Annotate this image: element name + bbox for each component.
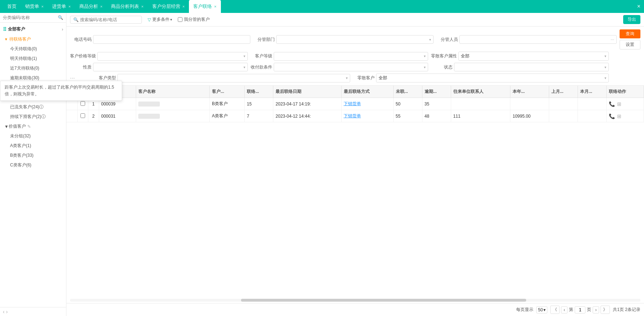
search-box: 🔍: [70, 16, 142, 24]
nature-select[interactable]: ▾: [93, 63, 248, 71]
top-nav: 首页 销货单 × 进货单 × 商品分析 × 商品分析列表 × 客户分层经营 × …: [0, 0, 644, 13]
next-page-btn[interactable]: ›: [593, 306, 599, 313]
col-contact: 联络...: [245, 86, 273, 98]
col-overdue: 逾期...: [422, 86, 451, 98]
nav-customer-contact[interactable]: 客户联络 ×: [189, 0, 221, 13]
main-search-input[interactable]: [80, 17, 139, 22]
sidebar-pending-tomorrow[interactable]: 明天待联络(1): [0, 54, 66, 63]
collapse-icon[interactable]: ›: [62, 27, 63, 32]
nav-sales[interactable]: 销货单 ×: [21, 0, 48, 13]
nav-left-icon[interactable]: ‹: [3, 309, 5, 315]
page-size-select[interactable]: 50 ▾: [536, 306, 547, 313]
customer-level-select[interactable]: ▾: [274, 52, 428, 61]
close-icon[interactable]: ×: [41, 4, 43, 9]
sidebar-pending-7days[interactable]: 近7天待联络(0): [0, 63, 66, 73]
dept-select[interactable]: ▾: [276, 35, 434, 44]
row1-actions: 📞 ⊞: [606, 98, 644, 110]
close-icon[interactable]: ×: [182, 4, 185, 9]
horizontal-scrollbar[interactable]: [70, 299, 640, 302]
nav-right-icon[interactable]: ›: [6, 309, 8, 315]
footer: 每页显示 50 ▾ 《 ‹ 第 页 › 》 共1页 2条记录: [66, 303, 644, 316]
filter-status: 状态 ▾: [431, 63, 609, 71]
phone-input[interactable]: [93, 35, 250, 44]
row1-name: ██████: [136, 98, 210, 110]
col-name: 客户名称: [136, 86, 210, 98]
more-action-icon-2[interactable]: ⊞: [617, 113, 621, 119]
manager-select[interactable]: ···: [459, 35, 617, 44]
phone-action-icon-2[interactable]: 📞: [609, 113, 615, 119]
search-icon: 🔍: [73, 17, 79, 22]
expand-dots[interactable]: ···: [70, 75, 75, 81]
dots-icon[interactable]: ···: [611, 37, 614, 42]
customer-type-select[interactable]: ▾: [117, 74, 350, 82]
row2-code: 000031: [99, 110, 136, 122]
arrow-icon: ▼: [4, 37, 8, 41]
close-icon[interactable]: ×: [100, 4, 102, 9]
row1-last-date: 2023-04-17 14:19:: [273, 98, 341, 110]
sidebar-value-b[interactable]: B类客户(33): [0, 151, 66, 160]
filter-dept: 分管部门 ▾: [253, 35, 434, 44]
filter-actions: 查询 设置: [620, 29, 640, 49]
sidebar-lost[interactable]: 已流失客户(24) ⓘ: [0, 102, 66, 112]
page-input[interactable]: [575, 306, 585, 313]
nav-customer-tier[interactable]: 客户分层经营 ×: [148, 0, 189, 13]
info-icon-2[interactable]: ⓘ: [39, 104, 43, 110]
sidebar-value-a[interactable]: A类客户(1): [0, 141, 66, 151]
sidebar-value-header[interactable]: ▼ 价值客户 ✎: [0, 122, 66, 131]
close-icon[interactable]: ×: [214, 4, 216, 9]
row2-checkbox[interactable]: [80, 113, 85, 118]
setting-button[interactable]: 设置: [620, 40, 640, 49]
row1-checkbox[interactable]: [80, 101, 85, 106]
info-icon-3[interactable]: ⓘ: [41, 114, 46, 120]
phone-action-icon[interactable]: 📞: [609, 101, 615, 107]
sidebar-declining[interactable]: 持续下滑客户(2) ⓘ: [0, 112, 66, 122]
row2-contacts: 111: [451, 110, 510, 122]
prev-page-btn[interactable]: ‹: [561, 306, 567, 313]
my-customer-checkbox[interactable]: 我分管的客户: [178, 16, 210, 23]
more-conditions-btn[interactable]: ▽ 更多条件 ▾: [145, 15, 175, 24]
query-button[interactable]: 查询: [620, 29, 640, 38]
nav-purchase[interactable]: 进货单 ×: [48, 0, 75, 13]
filter-phone: 电话号码: [70, 35, 250, 44]
scrollbar-thumb[interactable]: [241, 299, 526, 302]
sidebar-search-input[interactable]: [3, 15, 58, 20]
nav-home[interactable]: 首页: [3, 0, 21, 13]
page-nav: 《 ‹ 第 页 › 》: [550, 306, 610, 314]
sidebar-value-c[interactable]: C类客户(6): [0, 160, 66, 170]
sidebar-all-customers[interactable]: ⠿ 全部客户 ›: [0, 24, 66, 34]
nav-analysis[interactable]: 商品分析 ×: [75, 0, 107, 13]
sidebar-tree: ⠿ 全部客户 › ▼ 待联络客户 今天待联络(0) 明天待联络(1) 近7天待联…: [0, 23, 66, 307]
my-customer-check[interactable]: [178, 17, 182, 22]
row2-last-date: 2023-04-12 14:44:: [273, 110, 341, 122]
first-page-btn[interactable]: 《: [550, 306, 560, 314]
table-area: ⚙ 客户编码 客户名称 客户...: [66, 86, 644, 297]
row2-pending: 55: [393, 110, 422, 122]
sidebar-value-section: ▼ 价值客户 ✎ 未分组(32) A类客户(1) B类客户(33) C类客户(6…: [0, 122, 66, 170]
last-page-btn[interactable]: 》: [601, 306, 610, 314]
value-edit-icon[interactable]: ✎: [27, 124, 31, 129]
status-select[interactable]: ▾: [454, 63, 609, 71]
table-header-row: ⚙ 客户编码 客户名称 客户...: [66, 86, 644, 98]
nav-analysis-list[interactable]: 商品分析列表 ×: [107, 0, 148, 13]
sidebar-value-ungroup[interactable]: 未分组(32): [0, 131, 66, 141]
export-button[interactable]: 导出: [623, 15, 640, 24]
row2-actions: 📞 ⊞: [606, 110, 644, 122]
filter-payment: 收付款条件 ▾: [251, 63, 428, 71]
close-icon[interactable]: ×: [141, 4, 143, 9]
sidebar-pending-today[interactable]: 今天待联络(0): [0, 44, 66, 54]
row2-contact: 7: [245, 110, 273, 122]
col-pending: 未联...: [393, 86, 422, 98]
retail-attr-select[interactable]: 全部 ▾: [458, 52, 609, 61]
col-type: 客户...: [210, 86, 245, 98]
filter-retail-customer: 零散客户 全部 ▾: [353, 74, 609, 82]
retail-customer-select[interactable]: 全部 ▾: [376, 74, 609, 82]
window-close-icon[interactable]: ×: [637, 3, 640, 10]
close-icon[interactable]: ×: [68, 4, 70, 9]
sidebar-pending-header[interactable]: ▼ 待联络客户: [0, 34, 66, 44]
row1-contacts: [451, 98, 510, 110]
more-action-icon[interactable]: ⊞: [617, 101, 621, 107]
payment-select[interactable]: ▾: [274, 63, 428, 71]
price-level-select[interactable]: ▾: [97, 52, 248, 61]
sidebar-search-icon[interactable]: 🔍: [58, 15, 63, 20]
hash-icon: ⠿: [3, 27, 6, 32]
